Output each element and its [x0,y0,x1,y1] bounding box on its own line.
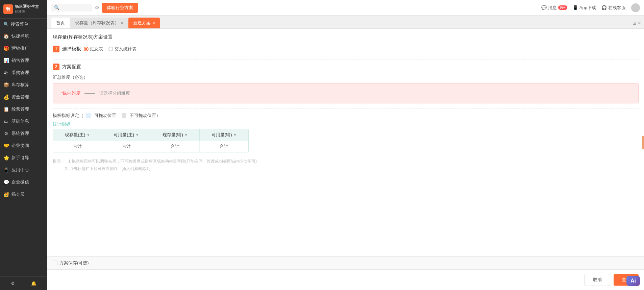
sidebar-logo: 畅 畅康通好生意 标准版 [0,0,47,19]
stats-section-title: 统计指标 [53,121,639,127]
topbar-user[interactable] [631,3,640,12]
tips-title: 提示： 1.拖动标题栏可以调整布局，不可跨维度或指标区域拖动栏目字段(只能在同一… [53,158,639,165]
trial-button[interactable]: 体验行业方案 [102,3,138,13]
sidebar-item-quick-nav[interactable]: 🏠 快捷导航 [0,30,47,42]
section-choose-template: 1 选择模板 汇总表 交叉统计表 [53,46,639,52]
settings-bottom-icon[interactable]: ⚙ [9,280,16,287]
sidebar-item-appstore[interactable]: 📱 应用中心 [0,164,47,176]
stats-table: 现存量(主) ▼ 可用量(主) ▼ 现存量(辅) ▼ 可用量(辅) [53,129,249,152]
sidebar-menu: 🏠 快捷导航 🎁 营销推广 📊 销售管理 🛍 采购管理 📦 库存核算 💰 资金管… [0,30,47,276]
col-header-1[interactable]: 可用量(主) ▼ [102,129,151,141]
mute-bottom-icon[interactable]: 🔔 [30,280,38,287]
dim-required: *纵向维度 [61,90,80,96]
sidebar-item-label: 基础信息 [11,118,29,124]
app-download-icon: 📱 [573,5,578,10]
tabbar-expand[interactable]: ⊡ ✕ [630,19,644,27]
app-icon: 畅 [3,4,13,14]
sidebar-item-newbie[interactable]: 🌟 新手引导 [0,152,47,164]
col-header-0[interactable]: 现存量(主) ▼ [53,129,102,141]
sidebar-item-inventory[interactable]: 📦 库存核算 [0,79,47,91]
topbar-app[interactable]: 📱 App下载 [573,5,596,11]
template-radio-group: 汇总表 交叉统计表 [84,46,137,52]
topbar-settings-icon[interactable]: ⚙ [95,4,99,11]
indicator-movable-text: 可拖动位置 [94,113,116,119]
chevron-down-icon-2: ▼ [184,133,188,137]
save-checkbox[interactable]: 方案保存(可选) [53,260,89,266]
page-title: 现存量(库存状况表)方案设置 [53,34,639,40]
col-header-3[interactable]: 可用量(辅) ▼ [200,129,248,141]
sidebar-item-member[interactable]: 👑 畅会员 [0,188,47,200]
radio-cross-circle [108,47,113,51]
radio-cross-label: 交叉统计表 [115,46,137,52]
sidebar-bottom: ⚙ 🔔 [0,276,47,290]
app-label: App下载 [579,5,596,11]
tab-inventory-status[interactable]: 现存量（库存状况表） × [70,18,128,28]
sidebar-item-sales[interactable]: 📊 销售管理 [0,54,47,67]
topbar-service[interactable]: 🎧 在线客服 [601,5,626,11]
sidebar-search[interactable]: 🔍 搜索菜单 [0,19,47,30]
tips: 提示： 1.拖动标题栏可以调整布局，不可跨维度或指标区域拖动栏目字段(只能在同一… [53,158,639,172]
save-checkbox-box[interactable] [53,261,57,265]
service-label: 在线客服 [608,5,626,11]
basic-icon: 🗂 [3,119,9,124]
sidebar-item-finance[interactable]: 💰 资金管理 [0,91,47,103]
col-body-3: 合计 [200,141,248,152]
sidebar-item-label: 快捷导航 [11,33,29,39]
purchase-icon: 🛍 [3,70,9,75]
stats-table-body: 合计 合计 合计 合计 [53,141,248,152]
sidebar-item-label: 销售管理 [11,57,29,64]
tab-new-plan-close-icon[interactable]: × [153,21,155,25]
topbar-right: 💬 消息 99+ 📱 App下载 🎧 在线客服 [541,3,640,12]
sidebar-item-label: 应用中心 [11,167,29,173]
tab-new-plan-label: 新建方案 [133,20,151,26]
topbar-msg[interactable]: 💬 消息 99+ [541,5,567,11]
divider-1 [53,59,639,59]
sidebar: 畅 畅康通好生意 标准版 🔍 搜索菜单 🏠 快捷导航 🎁 营销推广 📊 销售管理… [0,0,47,290]
right-scroll-indicator[interactable] [642,136,644,149]
system-icon: ⚙ [3,131,9,136]
expand-icon: ⊡ [633,21,636,26]
app-name: 畅康通好生意 [15,4,39,9]
sidebar-item-basic[interactable]: 🗂 基础信息 [0,115,47,127]
unmovable-badge [122,113,126,118]
sidebar-item-label: 营销推广 [11,45,29,51]
sidebar-item-label: 采购管理 [11,70,29,76]
dim-placeholder[interactable]: 请选择分组维度 [99,90,130,96]
section1-title: 选择模板 [62,46,81,52]
sidebar-item-label: 系统管理 [11,130,29,137]
tab-new-plan[interactable]: 新建方案 × [128,18,159,28]
sidebar-item-operation[interactable]: 📋 经营管理 [0,103,47,115]
search-icon: 🔍 [3,22,9,27]
sidebar-item-label: 畅会员 [11,191,25,197]
sidebar-item-system[interactable]: ⚙ 系统管理 [0,127,47,140]
sidebar-item-purchase[interactable]: 🛍 采购管理 [0,67,47,79]
search-icon: 🔍 [54,5,59,10]
msg-label: 消息 [548,5,557,11]
wechat-icon: 💬 [3,179,9,185]
cancel-button[interactable]: 取消 [585,274,610,286]
radio-cross[interactable]: 交叉统计表 [108,46,137,52]
topbar-search-area[interactable]: 🔍 [51,4,92,11]
tab-inventory-close-icon[interactable]: × [121,21,123,25]
col-header-2[interactable]: 现存量(辅) ▼ [151,129,200,141]
inventory-icon: 📦 [3,82,9,88]
member-icon: 👑 [3,192,9,197]
msg-icon: 💬 [541,5,547,10]
sidebar-item-label: 企业协同 [11,143,29,149]
stats-table-header: 现存量(主) ▼ 可用量(主) ▼ 现存量(辅) ▼ 可用量(辅) [53,129,248,141]
save-checkbox-label: 方案保存(可选) [59,260,89,266]
sidebar-item-wechat[interactable]: 💬 企业微信 [0,176,47,188]
topbar: 🔍 ⚙ 体验行业方案 💬 消息 99+ 📱 App下载 🎧 在线客服 [47,0,644,16]
col-header-0-text: 现存量(主) [65,132,85,138]
ai-badge[interactable]: Ai [626,276,640,286]
sidebar-item-enterprise[interactable]: 🤝 企业协同 [0,140,47,152]
tab-home[interactable]: 首页 [51,18,70,28]
dim-arrow: —— [84,90,95,96]
movable-badge [86,113,91,118]
radio-summary[interactable]: 汇总表 [84,46,103,52]
sidebar-item-marketing[interactable]: 🎁 营销推广 [0,42,47,54]
footer-actions: 取消 查询 [47,269,644,290]
dim-box: *纵向维度 —— 请选择分组维度 [53,83,639,103]
section1-num: 1 [53,46,59,52]
tips-item2: 2. 点击标题栏下拉可设置排序、插入列和删除列 [53,165,639,173]
